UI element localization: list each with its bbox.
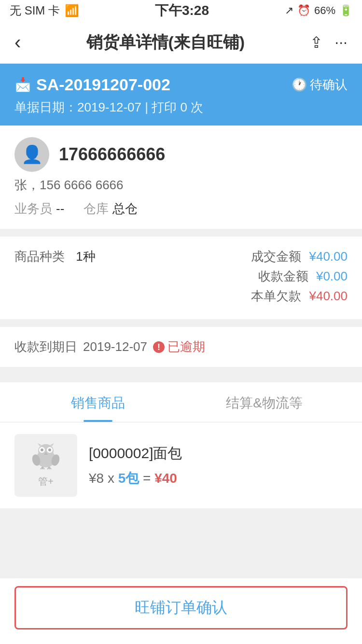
owed-value: ¥40.00 (309, 289, 348, 304)
battery-icon: 🔋 (339, 4, 352, 17)
owed-label: 本单欠款 (251, 288, 301, 305)
received-label: 收款金额 (258, 268, 308, 285)
wifi-icon: 📶 (65, 4, 79, 17)
product-name: [0000002]面包 (89, 444, 348, 463)
nav-icons: ⇪ ··· (310, 33, 348, 52)
location-icon: ↗ (285, 4, 293, 17)
status-left: 无 SIM 卡 📶 (10, 3, 79, 18)
svg-marker-7 (38, 443, 42, 446)
product-info: [0000002]面包 ¥8 x 5包 = ¥40 (89, 444, 348, 488)
price-total: ¥40 (154, 471, 177, 486)
warehouse-item: 仓库 总仓 (84, 200, 138, 217)
tab-settlement[interactable]: 结算&物流等 (181, 382, 348, 422)
product-price: ¥8 x 5包 = ¥40 (89, 469, 348, 488)
warehouse-label: 仓库 (84, 200, 109, 217)
order-date: 单据日期：2019-12-07 | 打印 0 次 (14, 99, 348, 116)
due-label: 收款到期日 (14, 338, 77, 355)
status-bar: 无 SIM 卡 📶 下午3:28 ↗ ⏰ 66% 🔋 (0, 0, 362, 21)
order-id: 📩 SA-20191207-002 (14, 75, 170, 94)
salesperson-label: 业务员 (14, 200, 52, 217)
nav-bar: ‹ 销货单详情(来自旺铺) ⇪ ··· (0, 21, 362, 64)
tabs-bar: 销售商品 结算&物流等 (0, 382, 362, 422)
amount-row: 成交金额 ¥40.00 (251, 248, 348, 265)
type-label: 商品种类 (14, 249, 65, 264)
inbox-icon: 📩 (14, 77, 31, 93)
overdue-text: 已逾期 (167, 338, 205, 355)
confirm-order-button[interactable]: 旺铺订单确认 (14, 586, 348, 630)
overdue-badge: ! 已逾期 (153, 338, 205, 355)
carrier-text: 无 SIM 卡 (10, 3, 60, 18)
warehouse-value: 总仓 (112, 200, 138, 217)
customer-top: 👤 17666666666 (14, 137, 348, 172)
status-right: ↗ ⏰ 66% 🔋 (285, 4, 352, 17)
price-quantity: 5包 (118, 471, 139, 486)
salesperson-value: -- (56, 201, 64, 216)
order-header: 📩 SA-20191207-002 🕐 待确认 单据日期：2019-12-07 … (0, 64, 362, 126)
due-section: 收款到期日 2019-12-07 ! 已逾期 (0, 327, 362, 367)
owed-row: 本单欠款 ¥40.00 (251, 288, 348, 305)
customer-phone: 17666666666 (59, 144, 165, 165)
warning-icon: ! (153, 341, 165, 353)
order-status: 🕐 待确认 (292, 76, 348, 93)
price-base: ¥8 x (89, 471, 118, 486)
share-button[interactable]: ⇪ (310, 33, 323, 52)
tab-sales-goods[interactable]: 销售商品 (14, 382, 181, 422)
back-button[interactable]: ‹ (14, 31, 21, 53)
product-item: 管+ [0000002]面包 ¥8 x 5包 = ¥40 (0, 422, 362, 508)
product-owl-icon: 管+ (29, 443, 63, 488)
received-row: 收款金额 ¥0.00 (251, 268, 348, 285)
avatar: 👤 (14, 137, 49, 172)
price-equals: = (139, 471, 154, 486)
clock-icon: 🕐 (292, 77, 307, 92)
status-time: 下午3:28 (155, 1, 209, 20)
customer-meta: 业务员 -- 仓库 总仓 (14, 200, 348, 217)
page-title: 销货单详情(来自旺铺) (86, 31, 245, 54)
svg-point-3 (41, 448, 43, 451)
bottom-bar: 旺铺订单确认 (0, 578, 362, 644)
customer-section: 👤 17666666666 张，156 6666 6666 业务员 -- 仓库 … (0, 126, 362, 229)
type-value: 1种 (76, 249, 95, 264)
salesperson-item: 业务员 -- (14, 200, 64, 217)
avatar-icon: 👤 (21, 144, 43, 165)
tabs-section: 销售商品 结算&物流等 (0, 382, 362, 508)
section-divider (0, 375, 362, 382)
alarm-icon: ⏰ (297, 4, 310, 17)
stats-section: 商品种类 1种 成交金额 ¥40.00 收款金额 ¥0.00 本单欠款 ¥40.… (0, 237, 362, 319)
stats-right: 成交金额 ¥40.00 收款金额 ¥0.00 本单欠款 ¥40.00 (251, 248, 348, 308)
customer-name: 张，156 6666 6666 (14, 177, 348, 194)
svg-point-5 (48, 448, 51, 451)
svg-marker-8 (50, 443, 54, 446)
received-value: ¥0.00 (316, 269, 348, 284)
due-date: 2019-12-07 (83, 339, 147, 354)
battery-text: 66% (314, 4, 335, 17)
stats-left: 商品种类 1种 (14, 248, 96, 265)
order-header-top: 📩 SA-20191207-002 🕐 待确认 (14, 75, 348, 94)
more-button[interactable]: ··· (334, 33, 348, 51)
amount-label: 成交金额 (251, 248, 301, 265)
amount-value: ¥40.00 (309, 249, 348, 264)
product-image: 管+ (14, 434, 77, 497)
